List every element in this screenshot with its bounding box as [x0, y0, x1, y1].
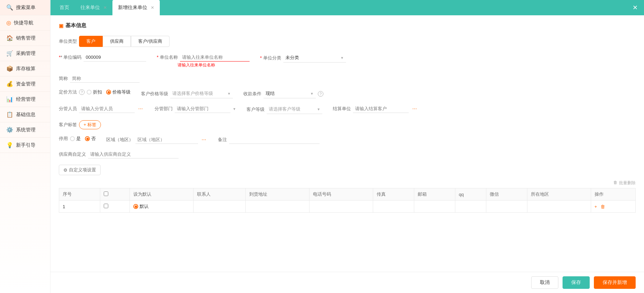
supplier-custom-label: 供应商自定义: [59, 151, 86, 157]
unit-type-group: 客户 供应商 客户/供应商: [79, 36, 170, 47]
add-row-icon[interactable]: +: [595, 204, 597, 209]
cell-fax: [373, 201, 414, 213]
contacts-table: 序号 设为默认 联系人 到货地址 电话号码 传真 邮箱 qq 微信 所在地区 操…: [59, 188, 636, 213]
sidebar: 🔍 搜索菜单 ◎ 快捷导航 🏠 销售管理 🛒 采购管理 📦 库存核算 💰 资金管…: [0, 0, 50, 293]
department-input[interactable]: [175, 105, 230, 113]
sidebar-item-finance[interactable]: 💰 资金管理: [0, 76, 50, 92]
disabled-yes-option[interactable]: 是: [70, 136, 81, 142]
close-add-unit-icon[interactable]: ✕: [151, 5, 154, 10]
cell-region: [527, 201, 591, 213]
cell-qq: [455, 201, 486, 213]
pricing-level-option[interactable]: 价格等级: [106, 89, 131, 95]
sidebar-item-inventory[interactable]: 📦 库存核算: [0, 61, 50, 76]
sidebar-item-guide[interactable]: 💡 新手引导: [0, 138, 50, 153]
unit-category-select[interactable]: 未分类 ▼: [283, 53, 346, 63]
select-all-checkbox[interactable]: [104, 192, 108, 196]
row-checkbox[interactable]: [104, 204, 108, 208]
pricing-discount-radio[interactable]: [87, 90, 92, 95]
cancel-button[interactable]: 取消: [531, 276, 558, 289]
unit-type-supplier[interactable]: 供应商: [103, 36, 131, 47]
unit-name-field: * 单位名称 请输入往来单位名称: [157, 53, 250, 68]
supplier-custom-input[interactable]: [88, 150, 179, 158]
save-add-button[interactable]: 保存并新增: [594, 276, 636, 289]
unit-name-input[interactable]: [180, 53, 250, 62]
department-arrow-icon: ▼: [233, 107, 236, 111]
section-icon: ▣: [59, 23, 63, 29]
settlement-input[interactable]: [353, 105, 409, 113]
pricing-level-radio[interactable]: [106, 90, 111, 95]
default-radio-item[interactable]: 默认: [133, 203, 190, 210]
pricing-discount-option[interactable]: 折扣: [87, 89, 102, 95]
cell-contact: [193, 201, 245, 213]
default-radio[interactable]: [133, 204, 138, 209]
customer-level-select[interactable]: 请选择客户等级 ▼: [267, 105, 322, 114]
tab-unit-list[interactable]: 往来单位 ✕: [75, 0, 112, 15]
pricing-radio-group: 折扣 价格等级: [87, 89, 131, 95]
unit-name-error: 请输入往来单位名称: [178, 63, 215, 67]
cell-checkbox: [100, 201, 129, 213]
sidebar-item-search[interactable]: 🔍 搜索菜单: [0, 0, 50, 15]
disabled-area-row: 停用 是 否 区域（地区） ··· 备注: [59, 136, 636, 144]
manager-input[interactable]: [79, 105, 135, 113]
unit-type-customer[interactable]: 客户: [79, 36, 103, 47]
sidebar-item-basic[interactable]: 📋 基础信息: [0, 107, 50, 122]
sidebar-item-system[interactable]: ⚙️ 系统管理: [0, 122, 50, 138]
unit-name-label: * 单位名称: [157, 54, 178, 60]
pricing-help-icon[interactable]: ?: [79, 89, 85, 95]
sidebar-item-purchase[interactable]: 🛒 采购管理: [0, 46, 50, 61]
payment-help-icon[interactable]: ?: [318, 91, 323, 97]
payment-select[interactable]: 现结 ▼: [264, 89, 316, 98]
payment-label: 收款条件: [243, 91, 261, 97]
manager-field: 分管人员 ···: [59, 105, 144, 113]
area-more-icon[interactable]: ···: [200, 136, 207, 144]
add-tag-button[interactable]: + 标签: [79, 120, 101, 129]
short-name-input[interactable]: [70, 74, 140, 83]
unit-category-label: * 单位分类: [260, 55, 281, 61]
manager-more-icon[interactable]: ···: [137, 105, 144, 113]
col-fax: 传真: [373, 188, 414, 201]
delete-row-icon[interactable]: 🗑: [600, 204, 605, 209]
cell-default: 默认: [130, 201, 194, 213]
pricing-row: 定价方法 ? 折扣 价格等级 客户价格等级 请选择客户价格等级: [59, 89, 636, 98]
gear-icon: ⚙: [63, 168, 68, 173]
main-panel: 首页 往来单位 ✕ 新增往来单位 ✕ ✕ ▣ 基本信息 单位类型 客户 供应商: [50, 0, 644, 293]
area-input[interactable]: [135, 136, 198, 144]
tab-add-unit[interactable]: 新增往来单位 ✕: [112, 0, 160, 15]
unit-code-input[interactable]: [84, 53, 146, 62]
operations-icon: 📊: [6, 96, 13, 103]
short-name-row: 简称: [59, 74, 636, 83]
tab-bar: 首页 往来单位 ✕ 新增往来单位 ✕ ✕: [50, 0, 644, 15]
department-field: 分管部门 ▼: [155, 105, 236, 113]
sidebar-item-quick-nav[interactable]: ◎ 快捷导航: [0, 15, 50, 31]
custom-settings-button[interactable]: ⚙ 自定义项设置: [59, 165, 101, 175]
disabled-yes-radio[interactable]: [70, 136, 75, 141]
close-all-tabs-icon[interactable]: ✕: [630, 2, 641, 13]
col-seq: 序号: [59, 188, 100, 201]
save-button[interactable]: 保存: [563, 276, 590, 289]
col-action: 操作: [591, 188, 635, 201]
col-default: 设为默认: [130, 188, 194, 201]
batch-delete-button[interactable]: 批量删除: [619, 180, 636, 186]
table-row: 1 默认: [59, 201, 636, 213]
close-unit-list-icon[interactable]: ✕: [103, 5, 107, 10]
unit-type-label: 单位类型: [59, 38, 77, 44]
settlement-label: 结算单位: [333, 106, 351, 112]
tab-home[interactable]: 首页: [54, 0, 75, 15]
sales-icon: 🏠: [6, 35, 13, 41]
remarks-input[interactable]: [229, 136, 320, 144]
short-name-field: 简称: [59, 74, 140, 83]
basic-icon: 📋: [6, 111, 13, 118]
col-email: 邮箱: [414, 188, 455, 201]
unit-type-both[interactable]: 客户/供应商: [131, 36, 170, 47]
disabled-radio-group: 是 否: [70, 136, 96, 142]
price-level-select[interactable]: 请选择客户价格等级 ▼: [170, 89, 233, 98]
disabled-no-radio[interactable]: [85, 136, 90, 141]
settlement-more-icon[interactable]: ···: [411, 105, 418, 113]
sidebar-item-operations[interactable]: 📊 经营管理: [0, 92, 50, 107]
sidebar-item-sales[interactable]: 🏠 销售管理: [0, 31, 50, 46]
disabled-no-option[interactable]: 否: [85, 136, 96, 142]
col-qq: qq: [455, 188, 486, 201]
col-phone: 电话号码: [309, 188, 373, 201]
customer-level-arrow-icon: ▼: [317, 107, 320, 111]
section-title: ▣ 基本信息: [59, 22, 636, 29]
